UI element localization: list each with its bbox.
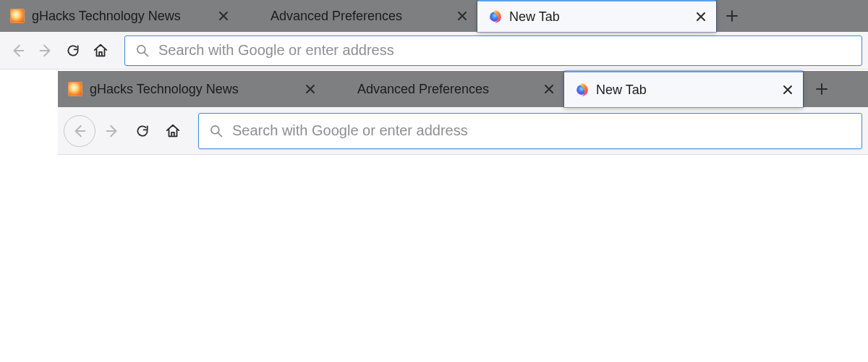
blank-favicon: [336, 82, 350, 96]
back-button[interactable]: [6, 38, 30, 63]
firefox-icon: [488, 9, 502, 24]
tab-new-tab[interactable]: New Tab: [477, 0, 716, 32]
new-tab-button[interactable]: [803, 71, 841, 107]
close-icon[interactable]: [302, 81, 318, 97]
tab-advanced-prefs[interactable]: Advanced Preferences: [326, 71, 564, 107]
tab-title: Advanced Preferences: [271, 9, 447, 24]
toolbar: [0, 32, 868, 70]
back-button[interactable]: [64, 115, 95, 147]
toolbar: [58, 107, 868, 155]
tab-new-tab[interactable]: New Tab: [564, 71, 803, 107]
reload-button[interactable]: [129, 117, 156, 145]
tab-strip: gHacks Technology News Advanced Preferen…: [58, 71, 868, 107]
ghacks-favicon: [68, 82, 82, 96]
browser-window-1: gHacks Technology News Advanced Preferen…: [0, 0, 868, 70]
close-icon[interactable]: [693, 9, 709, 25]
close-icon[interactable]: [780, 82, 796, 98]
reload-button[interactable]: [61, 38, 85, 63]
tab-strip: gHacks Technology News Advanced Preferen…: [0, 0, 868, 32]
search-icon: [135, 43, 150, 58]
address-input[interactable]: [232, 122, 851, 139]
close-icon[interactable]: [216, 8, 231, 24]
tab-advanced-prefs[interactable]: Advanced Preferences: [239, 0, 477, 32]
tab-ghacks[interactable]: gHacks Technology News: [0, 0, 239, 32]
tab-title: Advanced Preferences: [357, 82, 534, 97]
forward-button[interactable]: [98, 117, 126, 145]
ghacks-favicon: [10, 9, 25, 23]
close-icon[interactable]: [541, 81, 557, 97]
tab-title: gHacks Technology News: [32, 9, 208, 24]
browser-window-2: gHacks Technology News Advanced Preferen…: [58, 71, 868, 155]
tab-title: gHacks Technology News: [90, 82, 295, 97]
url-bar[interactable]: [124, 35, 862, 66]
search-icon: [209, 124, 224, 138]
home-button[interactable]: [159, 117, 187, 145]
blank-favicon: [249, 9, 263, 23]
address-input[interactable]: [158, 42, 851, 59]
tab-title: New Tab: [596, 83, 773, 98]
firefox-icon: [574, 83, 589, 97]
new-tab-button[interactable]: [716, 0, 748, 32]
home-button[interactable]: [88, 38, 113, 63]
url-bar[interactable]: [198, 113, 862, 149]
tab-title: New Tab: [509, 9, 686, 25]
tab-ghacks[interactable]: gHacks Technology News: [58, 71, 326, 107]
close-icon[interactable]: [454, 8, 470, 24]
forward-button[interactable]: [33, 38, 58, 63]
